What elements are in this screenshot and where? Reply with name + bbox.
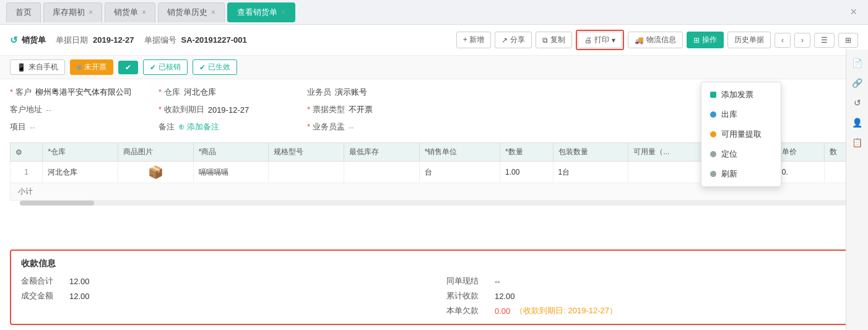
doc-header: ↺ 销货单 单据日期 2019-12-27 单据编号 SA-20191227-0… <box>0 25 868 56</box>
view-grid-button[interactable]: ⊞ <box>838 33 858 48</box>
scroll-thumb[interactable] <box>20 201 94 206</box>
tab-bar: 首页 库存期初 × 销货单 × 销货单历史 × 查看销货单 × × <box>0 0 868 25</box>
share-icon: ↗ <box>501 36 508 45</box>
row-pack-qty: 1台 <box>553 162 628 183</box>
col-unit: *销售单位 <box>419 143 500 162</box>
locate-label: 定位 <box>721 149 737 160</box>
outbound-label: 出库 <box>721 109 737 120</box>
tab-sales-history[interactable]: 销货单历史 × <box>158 2 225 22</box>
print-highlight-box: 🖨 打印 ▾ <box>576 30 624 50</box>
add-invoice-item[interactable]: 添加发票 <box>701 85 781 105</box>
sales-staff-label: 业务员盂 <box>307 121 345 132</box>
tab-view-sales-close[interactable]: × <box>281 8 285 17</box>
doc-number-value: SA-20191227-001 <box>181 35 247 45</box>
tab-sales-history-close[interactable]: × <box>211 8 215 17</box>
add-memo-label: 添加备注 <box>187 122 219 131</box>
print-button-label: 打印 <box>594 35 609 45</box>
effective-label: 已生效 <box>208 62 230 72</box>
available-extract-label: 可用量提取 <box>721 129 762 140</box>
col-min-stock: 最低库存 <box>344 143 420 162</box>
sidebar-link-icon[interactable]: 🔗 <box>849 74 866 92</box>
invoice-value: 不开票 <box>349 104 373 115</box>
add-memo-button[interactable]: ⊕ 添加备注 <box>178 121 219 132</box>
nav-next-button[interactable]: › <box>794 33 810 48</box>
cumulative-label: 累计收款 <box>446 290 490 302</box>
staff-label: 业务员 <box>307 87 331 98</box>
nav-prev-button[interactable]: ‹ <box>775 33 791 48</box>
outstanding-row: 本单欠款 0.00 （收款到期日: 2019-12-27） <box>446 305 847 316</box>
tab-home[interactable]: 首页 <box>6 2 41 22</box>
view-list-button[interactable]: ☰ <box>814 33 835 48</box>
sales-staff-field: 业务员盂 -- <box>307 121 443 132</box>
horizontal-scrollbar[interactable] <box>20 201 848 206</box>
not-open-label: 未开票 <box>84 62 106 72</box>
payment-date-value: 2019-12-27 <box>208 105 250 115</box>
total-row: 金额合计 12.00 <box>21 276 422 287</box>
new-button[interactable]: + 新增 <box>456 32 491 48</box>
warehouse-label: 仓库 <box>158 87 180 98</box>
refresh-label: 刷新 <box>721 168 737 180</box>
tab-inventory-init-label: 库存期初 <box>53 7 85 18</box>
refresh-item[interactable]: 刷新 <box>701 164 781 184</box>
sidebar-user-icon[interactable]: 👤 <box>849 114 866 131</box>
invoice-field: 票据类型 不开票 <box>307 104 443 115</box>
payment-section: 收款信息 金额合计 12.00 同单现结 -- 成交金额 12.00 累计收款 … <box>10 250 858 325</box>
logistics-button-label: 物流信息 <box>646 35 676 45</box>
mobile-label: 来自手机 <box>28 62 58 72</box>
window-close-button[interactable]: × <box>845 3 862 21</box>
share-button-label: 分享 <box>510 35 525 45</box>
tab-view-sales[interactable]: 查看销货单 × <box>227 2 295 22</box>
tab-view-sales-label: 查看销货单 <box>237 7 277 18</box>
add-invoice-icon <box>710 92 716 98</box>
doc-actions: + 新增 ↗ 分享 ⧉ 复制 🖨 打印 ▾ 🚚 物流信息 <box>456 30 858 50</box>
mobile-icon: 📱 <box>17 63 26 72</box>
transaction-value: 12.00 <box>69 292 90 301</box>
copy-button[interactable]: ⧉ 复制 <box>536 32 572 48</box>
staff-value: 演示账号 <box>335 87 367 98</box>
effective-button[interactable]: ✔ 已生效 <box>193 59 237 75</box>
tab-sales-order[interactable]: 销货单 × <box>105 2 155 22</box>
total-label: 金额合计 <box>21 276 64 287</box>
operate-button[interactable]: ⊞ 操作 <box>687 32 724 48</box>
not-open-button[interactable]: 未开票 <box>70 59 113 75</box>
history-button[interactable]: 历史单据 <box>727 32 771 48</box>
not-open-dot <box>77 65 82 70</box>
operate-icon: ⊞ <box>693 36 700 45</box>
copy-button-label: 复制 <box>550 35 565 45</box>
sidebar-notes-icon[interactable]: 📋 <box>849 134 866 151</box>
logistics-button[interactable]: 🚚 物流信息 <box>628 32 683 48</box>
col-gear: ⚙ <box>11 143 43 162</box>
tab-home-label: 首页 <box>15 7 32 18</box>
view-grid-icon: ⊞ <box>845 36 851 45</box>
customer-value: 柳州粤港平安气体有限公司 <box>35 87 132 98</box>
check-button[interactable]: ✔ <box>118 61 138 74</box>
available-extract-item[interactable]: 可用量提取 <box>701 124 781 144</box>
row-product: 嗝嗝嗝嗝 <box>193 162 269 183</box>
tab-inventory-init[interactable]: 库存期初 × <box>43 2 102 22</box>
product-image-icon: 📦 <box>148 165 163 179</box>
row-warehouse: 河北仓库 <box>43 162 118 183</box>
print-icon: 🖨 <box>584 36 592 45</box>
history-button-label: 历史单据 <box>734 35 764 45</box>
tab-inventory-init-close[interactable]: × <box>89 8 93 17</box>
check-circle2-icon: ✔ <box>199 63 206 72</box>
sidebar-doc-icon[interactable]: 📄 <box>849 54 866 72</box>
doc-number-label: 单据编号 <box>144 35 176 46</box>
col-image: 商品图片 <box>118 143 194 162</box>
col-qty: *数量 <box>500 143 553 162</box>
tab-sales-order-close[interactable]: × <box>142 8 146 17</box>
outbound-item[interactable]: 出库 <box>701 105 781 124</box>
written-off-button[interactable]: ✔ 已核销 <box>143 59 188 75</box>
payment-date-label: 收款到期日 <box>158 104 204 115</box>
invoice-label: 票据类型 <box>307 104 345 115</box>
share-button[interactable]: ↗ 分享 <box>495 32 532 48</box>
mobile-source-button[interactable]: 📱 来自手机 <box>10 59 65 75</box>
locate-item[interactable]: 定位 <box>701 144 781 164</box>
operate-dropdown: 添加发票 出库 可用量提取 定位 刷新 <box>701 82 781 187</box>
same-order-label: 同单现结 <box>446 276 490 287</box>
customer-field: 客户 柳州粤港平安气体有限公司 <box>10 87 146 98</box>
sidebar-return-icon[interactable]: ↺ <box>849 94 866 111</box>
right-sidebar: 📄 🔗 ↺ 👤 📋 ⤢ <box>846 50 868 330</box>
payment-date-field: 收款到期日 2019-12-27 <box>158 104 295 115</box>
print-button[interactable]: 🖨 打印 ▾ <box>578 32 622 48</box>
